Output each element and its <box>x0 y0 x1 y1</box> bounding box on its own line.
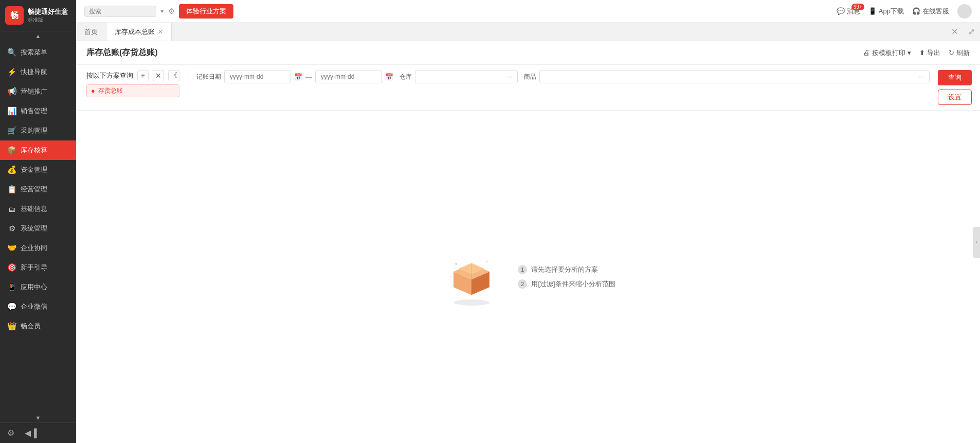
member-icon: 👑 <box>7 322 16 331</box>
enterprise-icon: 🤝 <box>7 243 16 253</box>
page-title: 库存总账(存货总账) <box>86 47 158 58</box>
sidebar-item-sales[interactable]: 📊 销售管理 <box>0 101 76 121</box>
sidebar-item-label-marketing: 营销推广 <box>21 87 47 96</box>
tabs-bar: 首页 库存成本总账 ✕ ✕ ⤢ <box>76 23 980 41</box>
settings-gear-icon[interactable]: ⚙ <box>168 7 175 16</box>
message-action[interactable]: 💬 消息 99+ <box>837 7 860 16</box>
search-icon: 🔍 <box>7 48 16 57</box>
sidebar-item-member[interactable]: 👑 畅会员 <box>0 316 76 336</box>
filter-area: 按以下方案查询 ＋ ✕ 《 ● 存货总账 记账日期 <box>76 65 980 111</box>
sidebar-item-label-system: 系统管理 <box>21 224 47 233</box>
collapse-icon[interactable]: ◀▐ <box>25 428 37 438</box>
sidebar-item-system[interactable]: ⚙ 系统管理 <box>0 219 76 238</box>
settings-btn[interactable]: 设置 <box>938 90 972 105</box>
sidebar-item-newbie[interactable]: 🎯 新手引导 <box>0 258 76 277</box>
sidebar-item-label-member: 畅会员 <box>21 322 41 331</box>
sidebar-item-inventory[interactable]: 📦 库存核算 <box>0 140 76 160</box>
system-icon: ⚙ <box>7 224 16 233</box>
sidebar-item-label-finance: 资金管理 <box>21 165 47 174</box>
phone-icon: 📱 <box>868 7 877 15</box>
sidebar-item-wechat[interactable]: 💬 企业微信 <box>0 297 76 316</box>
app-logo: 畅 畅捷通好生意 标准版 <box>0 0 76 31</box>
tab-home[interactable]: 首页 <box>76 23 106 41</box>
date-label: 记账日期 <box>196 73 221 81</box>
date-separator: — <box>305 73 312 81</box>
remove-scheme-btn[interactable]: ✕ <box>153 70 164 81</box>
sidebar-item-label-enterprise: 企业协同 <box>21 243 47 253</box>
sidebar-item-label-purchase: 采购管理 <box>21 126 47 135</box>
settings-icon[interactable]: ⚙ <box>7 428 14 438</box>
message-badge: 99+ <box>851 4 864 10</box>
query-btn[interactable]: 查询 <box>938 70 972 85</box>
warehouse-select[interactable]: ··· <box>415 70 518 83</box>
hint-2-num: 2 <box>518 279 527 289</box>
product-select[interactable]: ··· <box>539 70 930 83</box>
scroll-up[interactable]: ▲ <box>0 31 76 41</box>
sidebar-item-purchase[interactable]: 🛒 采购管理 <box>0 121 76 140</box>
svg-point-7 <box>455 263 457 265</box>
calendar-start-icon[interactable]: 📅 <box>294 73 302 81</box>
message-icon: 💬 <box>837 7 845 15</box>
refresh-btn[interactable]: ↻ 刷新 <box>949 48 970 58</box>
calendar-end-icon[interactable]: 📅 <box>385 73 393 81</box>
add-scheme-btn[interactable]: ＋ <box>137 70 149 81</box>
empty-text: 1 请先选择要分析的方案 2 用[过滤]条件来缩小分析范围 <box>518 265 615 289</box>
scroll-down[interactable]: ▼ <box>0 413 76 422</box>
empty-svg <box>441 249 502 310</box>
scheme-item[interactable]: ● 存货总账 <box>86 84 179 97</box>
sidebar-item-label-newbie: 新手引导 <box>21 263 47 272</box>
app-download-action[interactable]: 📱 App下载 <box>868 7 904 16</box>
sidebar-item-shortcut[interactable]: ⚡ 快捷导航 <box>0 62 76 82</box>
print-dropdown-icon[interactable]: ▾ <box>908 49 911 57</box>
expand-panel-btn[interactable]: ⤢ <box>963 27 980 37</box>
shortcut-icon: ⚡ <box>7 67 16 77</box>
filter-scheme-header: 按以下方案查询 ＋ ✕ 《 <box>86 70 179 81</box>
sidebar-item-finance[interactable]: 💰 资金管理 <box>0 160 76 180</box>
empty-state: 1 请先选择要分析的方案 2 用[过滤]条件来缩小分析范围 <box>76 111 980 443</box>
operation-icon: 📋 <box>7 185 16 194</box>
sidebar-item-label-wechat: 企业微信 <box>21 302 47 311</box>
print-btn[interactable]: 🖨 按模板打印 ▾ <box>863 48 911 58</box>
main-area: ▾ ⚙ 体验行业方案 💬 消息 99+ 📱 App下载 🎧 在线客服 首页 <box>76 0 980 443</box>
sidebar-item-search[interactable]: 🔍 搜索菜单 <box>0 43 76 62</box>
print-icon: 🖨 <box>863 49 870 57</box>
close-panel-btn[interactable]: ✕ <box>946 27 963 37</box>
tab-close-icon[interactable]: ✕ <box>158 28 163 36</box>
marketing-icon: 📢 <box>7 87 16 96</box>
sidebar-item-label-basic: 基础信息 <box>21 204 47 214</box>
tab-inventory-ledger[interactable]: 库存成本总账 ✕ <box>106 23 172 41</box>
hint-1: 1 请先选择要分析的方案 <box>518 265 615 274</box>
logo-text: 畅捷通好生意 标准版 <box>28 7 68 24</box>
online-service-action[interactable]: 🎧 在线客服 <box>912 7 949 16</box>
right-panel-toggle[interactable]: › <box>973 227 980 258</box>
page-content: 库存总账(存货总账) 🖨 按模板打印 ▾ ⬆ 导出 ↻ 刷新 <box>76 41 980 443</box>
product-field-group: 商品 ··· <box>524 70 930 83</box>
date-range-input: 📅 — 📅 <box>224 70 393 83</box>
inventory-icon: 📦 <box>7 146 16 155</box>
sidebar-item-apps[interactable]: 📱 应用中心 <box>0 277 76 297</box>
svg-point-9 <box>450 276 451 277</box>
date-field-group: 记账日期 📅 — 📅 <box>196 70 393 83</box>
sidebar-item-marketing[interactable]: 📢 营销推广 <box>0 82 76 101</box>
sidebar-item-enterprise[interactable]: 🤝 企业协同 <box>0 238 76 258</box>
svg-point-0 <box>453 299 489 306</box>
date-start-input[interactable] <box>224 70 291 83</box>
date-end-input[interactable] <box>315 70 382 83</box>
wechat-icon: 💬 <box>7 302 16 311</box>
sidebar-item-basic[interactable]: 🗂 基础信息 <box>0 199 76 219</box>
sidebar-item-label-apps: 应用中心 <box>21 282 47 292</box>
topbar-right: 💬 消息 99+ 📱 App下载 🎧 在线客服 <box>837 4 972 19</box>
collapse-scheme-btn[interactable]: 《 <box>168 70 179 81</box>
warehouse-label: 仓库 <box>400 73 412 81</box>
topbar-left: ▾ ⚙ 体验行业方案 <box>84 4 831 19</box>
export-btn[interactable]: ⬆ 导出 <box>919 48 940 58</box>
sidebar-item-operation[interactable]: 📋 经营管理 <box>0 180 76 199</box>
search-input[interactable] <box>84 6 156 17</box>
sidebar-item-label-operation: 经营管理 <box>21 185 47 194</box>
user-avatar[interactable] <box>957 4 972 19</box>
sales-icon: 📊 <box>7 107 16 116</box>
scheme-icon: ● <box>91 87 95 95</box>
sidebar-item-label-shortcut: 快捷导航 <box>21 67 47 77</box>
industry-btn[interactable]: 体验行业方案 <box>179 4 233 19</box>
dropdown-icon[interactable]: ▾ <box>160 7 164 15</box>
